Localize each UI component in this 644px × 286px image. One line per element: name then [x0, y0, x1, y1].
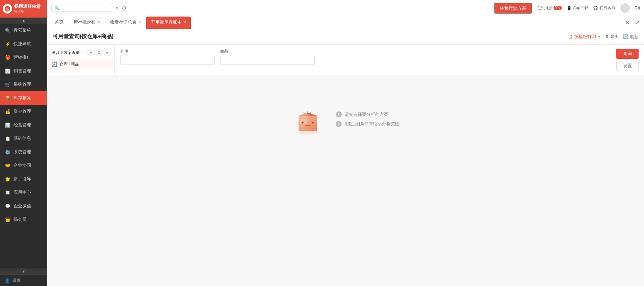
top-bar: 🔍 ▼ ⚙ 体验行业方案 💬 消息 99+ 📱 App下载 🎧 在线客服 Rit [47, 0, 644, 16]
tab-available-ledger[interactable]: 可用量库存账本 × [146, 17, 191, 29]
goods-more-icon[interactable]: ··· [309, 58, 312, 62]
headset-icon: 🎧 [593, 6, 598, 10]
sidebar-nav: 🔍 搜索菜单 ⚡ 快捷导航 🎁 营销推广 📈 销售管理 🛒 采购管理 📦 库存核… [0, 24, 47, 268]
sidebar-item-basic-info[interactable]: 📋 基础信息 [0, 132, 47, 145]
tip-1-text: 请先选择要分析的方案 [344, 111, 388, 118]
sidebar-item-label: 系统管理 [14, 149, 31, 155]
sidebar-item-operations[interactable]: 📊 经营管理 [0, 118, 47, 132]
goods-input-wrapper: ··· [220, 56, 315, 65]
messages-badge: 99+ [553, 6, 562, 10]
wechat-icon: 💬 [5, 203, 11, 209]
industry-solution-button[interactable]: 体验行业方案 [494, 3, 532, 14]
sidebar-item-label: 基础信息 [14, 135, 31, 141]
filter-field-warehouse: 仓库 ··· [120, 49, 215, 65]
tab-home-label: 首页 [55, 19, 63, 25]
scheme-item-warehouse-goods[interactable]: 🔄 仓库+商品 [47, 59, 114, 70]
page-title: 可用量查询(按仓库+商品) [53, 33, 113, 40]
tab-recv-send-close[interactable]: × [138, 20, 141, 24]
money-icon: 💰 [5, 108, 11, 114]
collapse-scheme-button[interactable]: « [104, 49, 110, 56]
sidebar-item-label: 营销推广 [14, 54, 31, 60]
sidebar-item-enterprise-collab[interactable]: 🤝 企业协同 [0, 159, 47, 172]
star-icon: 🌟 [5, 176, 11, 182]
tab-bar: 首页 库存批次账 × 收发存汇总表 × 可用量库存账本 × ✕ ⤢ [47, 16, 644, 29]
page-header-actions: 🖨 按模板打印 ▼ ⬆ 导出 🔄 刷新 [568, 34, 639, 40]
tab-recv-send[interactable]: 收发存汇总表 × [105, 17, 146, 29]
refresh-button[interactable]: 🔄 刷新 [623, 34, 639, 40]
sidebar-item-purchase[interactable]: 🛒 采购管理 [0, 78, 47, 91]
tab-actions: ✕ ⤢ [623, 19, 641, 26]
sidebar-item-vip[interactable]: 👑 畅会员 [0, 213, 47, 226]
top-bar-search-wrapper: 🔍 [51, 4, 112, 12]
sidebar-item-label: 搜索菜单 [14, 27, 31, 33]
handshake-icon: 🤝 [5, 162, 11, 168]
goods-input[interactable] [223, 58, 309, 63]
sidebar-item-fund[interactable]: 💰 资金管理 [0, 105, 47, 118]
sidebar-item-label: 新手引导 [14, 176, 31, 182]
app-download-label: App下载 [573, 5, 588, 11]
gear-icon: ⚙️ [5, 149, 11, 155]
app-download-action[interactable]: 📱 App下载 [567, 5, 588, 11]
sidebar-item-label: 采购管理 [14, 81, 31, 87]
sidebar-item-inventory[interactable]: 📦 库存核算 [0, 91, 47, 105]
box-icon: 📦 [5, 95, 11, 101]
query-button[interactable]: 查询 [616, 49, 639, 59]
tab-expand-button[interactable]: ⤢ [633, 19, 641, 26]
svg-rect-4 [300, 119, 307, 124]
export-button[interactable]: ⬆ 导出 [605, 34, 619, 40]
refresh-icon: 🔄 [623, 34, 628, 39]
mobile-icon: 📱 [567, 6, 572, 10]
sidebar-item-label: 经营管理 [14, 122, 31, 128]
sidebar-item-sales[interactable]: 📈 销售管理 [0, 64, 47, 78]
sidebar-bottom[interactable]: 👤 设置 [0, 275, 47, 286]
sidebar-item-enterprise-wechat[interactable]: 💬 企业微信 [0, 199, 47, 213]
search-icon: 🔍 [5, 27, 11, 33]
filter-field-goods: 商品 ··· [220, 49, 315, 65]
messages-label: 消息 [544, 5, 552, 11]
ops-icon: 📊 [5, 122, 11, 128]
top-bar-actions: 💬 消息 99+ 📱 App下载 🎧 在线客服 Rit [538, 3, 640, 13]
filter-scheme-header: 按以下方案查询 + ⚙ « [47, 48, 114, 59]
empty-state-content: 1 请先选择要分析的方案 2 用[过滤]条件来缩小分析范围 [292, 102, 400, 136]
content-area: 可用量查询(按仓库+商品) 🖨 按模板打印 ▼ ⬆ 导出 🔄 刷新 [47, 29, 644, 286]
tab-recv-send-label: 收发存汇总表 [110, 19, 136, 25]
sidebar-item-search[interactable]: 🔍 搜索菜单 [0, 24, 47, 37]
sidebar-scroll-up[interactable]: ▲ [0, 18, 47, 24]
message-icon: 💬 [538, 6, 543, 10]
warehouse-more-icon[interactable]: ··· [209, 58, 212, 62]
sidebar-item-label: 畅会员 [14, 216, 27, 223]
svg-point-6 [312, 122, 314, 124]
sidebar: 畅 畅康通好生意 标准版 ▲ 🔍 搜索菜单 ⚡ 快捷导航 🎁 营销推广 📈 销售… [0, 0, 47, 286]
tab-batch-ledger-close[interactable]: × [98, 20, 100, 24]
warehouse-input[interactable] [123, 58, 209, 63]
chevron-down-icon[interactable]: ▼ [115, 5, 119, 10]
app-name: 畅康通好生意 [14, 4, 41, 9]
settings-icon[interactable]: ⚙ [122, 5, 126, 11]
scheme-item-label: 仓库+商品 [59, 61, 79, 67]
user-avatar[interactable] [620, 3, 630, 13]
sidebar-item-shortcut[interactable]: ⚡ 快捷导航 [0, 37, 47, 51]
tab-available-ledger-close[interactable]: × [184, 20, 186, 24]
template-print-button[interactable]: 🖨 按模板打印 ▼ [568, 34, 601, 40]
tip-2-text: 用[过滤]条件来缩小分析范围 [344, 121, 400, 127]
tab-available-ledger-label: 可用量库存账本 [151, 19, 182, 25]
online-service-action[interactable]: 🎧 在线客服 [593, 5, 616, 11]
tab-home[interactable]: 首页 [50, 17, 68, 29]
filter-settings-button[interactable]: 设置 [616, 61, 639, 71]
tab-close-all-button[interactable]: ✕ [623, 19, 632, 26]
sidebar-item-app-center[interactable]: 🔲 应用中心 [0, 186, 47, 199]
tip-number-2: 2 [336, 121, 342, 127]
messages-action[interactable]: 💬 消息 99+ [538, 5, 562, 11]
settings-scheme-button[interactable]: ⚙ [96, 49, 102, 56]
flash-icon: ⚡ [5, 41, 11, 47]
svg-point-5 [302, 122, 304, 124]
empty-state-tip-2: 2 用[过滤]条件来缩小分析范围 [336, 121, 400, 127]
sidebar-item-marketing[interactable]: 🎁 营销推广 [0, 51, 47, 64]
sidebar-item-new-guide[interactable]: 🌟 新手引导 [0, 172, 47, 186]
sidebar-scroll-down[interactable]: ▼ [0, 268, 47, 275]
empty-state-illustration [292, 102, 326, 136]
sidebar-item-system[interactable]: ⚙️ 系统管理 [0, 145, 47, 159]
add-scheme-button[interactable]: + [87, 49, 94, 56]
search-input[interactable] [61, 6, 95, 10]
tab-batch-ledger[interactable]: 库存批次账 × [69, 17, 105, 29]
